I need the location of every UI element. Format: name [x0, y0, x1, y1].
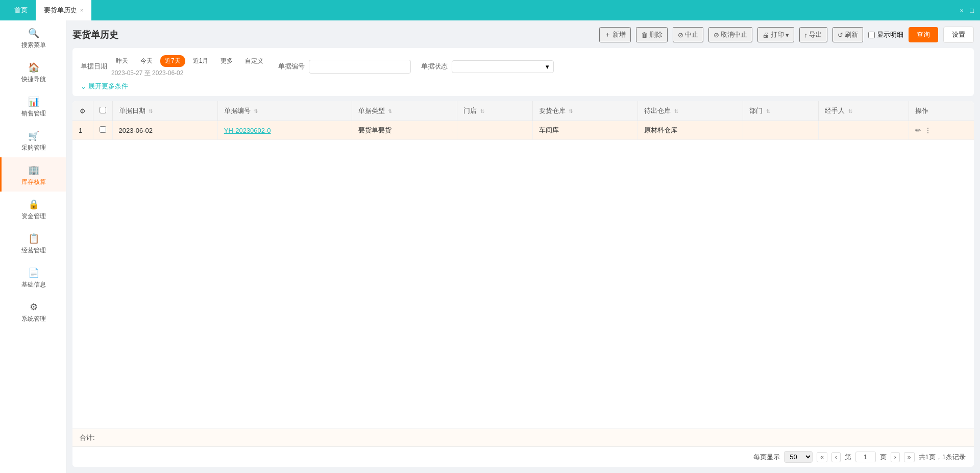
- th-store-sort-icon: ⇅: [480, 108, 484, 114]
- sidebar-item-basic-info[interactable]: 📄 基础信息: [0, 260, 66, 294]
- last-page-btn[interactable]: »: [904, 452, 915, 462]
- status-select[interactable]: ▾: [452, 60, 554, 73]
- delete-button[interactable]: 🗑 删除: [636, 27, 668, 42]
- th-doc-type[interactable]: 单据类型 ⇅: [352, 101, 457, 121]
- status-label: 单据状态: [421, 62, 448, 71]
- date-btn-yesterday[interactable]: 昨天: [111, 55, 133, 67]
- display-detail-checkbox[interactable]: [868, 32, 875, 38]
- row-more-btn[interactable]: ⋮: [924, 126, 932, 134]
- th-handler-sort-icon: ⇅: [848, 108, 852, 114]
- th-doc-date-sort-icon: ⇅: [149, 108, 153, 114]
- add-label: 新增: [612, 30, 626, 39]
- toolbar: ＋ 新增 🗑 删除 ⊘ 中止 ⊘ 取消中止 🖨 打印: [599, 27, 974, 43]
- sidebar-item-finance-mgmt[interactable]: 🔒 资金管理: [0, 192, 66, 226]
- add-button[interactable]: ＋ 新增: [599, 27, 631, 42]
- td-handler: [819, 121, 909, 140]
- page-title: 要货单历史: [72, 29, 118, 41]
- export-button[interactable]: ↑ 导出: [799, 27, 828, 42]
- sidebar-item-basic-info-label: 基础信息: [21, 280, 46, 289]
- first-page-btn[interactable]: «: [817, 452, 827, 462]
- sidebar: 🔍 搜索菜单 🏠 快捷导航 📊 销售管理 🛒 采购管理 🏢 库存核算 🔒 资金管…: [0, 20, 66, 473]
- sidebar-item-system-mgmt[interactable]: ⚙ 系统管理: [0, 294, 66, 328]
- th-doc-no-sort-icon: ⇅: [254, 108, 258, 114]
- th-settings[interactable]: ⚙: [72, 101, 93, 121]
- th-store[interactable]: 门店 ⇅: [457, 101, 533, 121]
- top-bar: 首页 要货单历史 × × □: [0, 0, 980, 20]
- query-button[interactable]: 查询: [909, 27, 938, 42]
- data-table: ⚙ 单据日期 ⇅ 单据编号 ⇅: [72, 101, 974, 140]
- cancel-stop-icon: ⊘: [714, 31, 719, 39]
- date-btn-7days[interactable]: 近7天: [160, 55, 185, 67]
- page-size-label: 每页显示: [753, 453, 780, 462]
- sidebar-item-quick-nav[interactable]: 🏠 快捷导航: [0, 55, 66, 89]
- content-area: 要货单历史 ＋ 新增 🗑 删除 ⊘ 中止 ⊘ 取消中止: [66, 20, 980, 473]
- td-actions: ✏ ⋮: [909, 121, 974, 140]
- sidebar-item-ops-mgmt[interactable]: 📋 经营管理: [0, 226, 66, 260]
- th-doc-date-label: 单据日期: [119, 107, 145, 114]
- sidebar-item-sales-mgmt-label: 销售管理: [21, 109, 46, 118]
- display-detail-text: 显示明细: [877, 30, 903, 39]
- row-checkbox[interactable]: [100, 126, 106, 133]
- print-dropdown-icon: ▾: [786, 31, 789, 39]
- sidebar-item-quick-nav-label: 快捷导航: [21, 75, 46, 84]
- date-btn-more[interactable]: 更多: [216, 55, 237, 67]
- tab-requisition-history[interactable]: 要货单历史 ×: [36, 0, 91, 20]
- sidebar-item-search-menu[interactable]: 🔍 搜索菜单: [0, 20, 66, 55]
- expand-more-icon: ⌄: [81, 83, 86, 90]
- th-store-label: 门店: [463, 107, 477, 114]
- filter-area: 单据日期 昨天 今天 近7天 近1月 更多 自定义 2023-05-27 至 2…: [72, 48, 974, 96]
- td-doc-type: 要货单要货: [352, 121, 457, 140]
- tab-home[interactable]: 首页: [6, 0, 36, 20]
- th-req-warehouse[interactable]: 要货仓库 ⇅: [532, 101, 638, 121]
- sidebar-item-inventory[interactable]: 🏢 库存核算: [0, 157, 66, 192]
- tab-requisition-history-label: 要货单历史: [44, 6, 77, 15]
- top-bar-right: × □: [960, 7, 974, 14]
- stop-label: 中止: [685, 30, 698, 39]
- page-size-select[interactable]: 20 50 100: [784, 451, 813, 463]
- td-checkbox: [93, 121, 112, 140]
- th-dept-label: 部门: [749, 107, 763, 114]
- expand-more-btn[interactable]: ⌄ 展开更多条件: [81, 82, 966, 91]
- th-doc-no-label: 单据编号: [224, 107, 251, 114]
- print-label: 打印: [771, 30, 784, 39]
- settings-button[interactable]: 设置: [943, 27, 974, 43]
- th-dept[interactable]: 部门 ⇅: [743, 101, 819, 121]
- refresh-button[interactable]: ↺ 刷新: [832, 27, 863, 42]
- row-edit-btn[interactable]: ✏: [915, 126, 921, 134]
- date-btn-custom[interactable]: 自定义: [240, 55, 268, 67]
- close-tab-icon[interactable]: ×: [80, 7, 83, 13]
- date-btn-today[interactable]: 今天: [136, 55, 157, 67]
- prev-page-btn[interactable]: ‹: [831, 452, 841, 462]
- search-menu-icon: 🔍: [28, 28, 39, 39]
- doc-no-input[interactable]: [309, 60, 411, 74]
- date-btn-1month[interactable]: 近1月: [188, 55, 213, 67]
- status-filter: 单据状态 ▾: [421, 60, 554, 73]
- th-doc-date[interactable]: 单据日期 ⇅: [112, 101, 217, 121]
- sidebar-item-finance-mgmt-label: 资金管理: [21, 212, 46, 221]
- th-pending-warehouse[interactable]: 待出仓库 ⇅: [638, 101, 743, 121]
- quick-nav-icon: 🏠: [28, 62, 39, 73]
- close-window-btn[interactable]: ×: [960, 7, 964, 14]
- td-index: 1: [72, 121, 93, 140]
- th-handler[interactable]: 经手人 ⇅: [819, 101, 909, 121]
- th-pending-warehouse-label: 待出仓库: [644, 107, 671, 114]
- page-number-input[interactable]: [855, 452, 876, 462]
- print-icon: 🖨: [763, 31, 769, 39]
- table-footer: 合计:: [72, 429, 974, 446]
- inventory-icon: 🏢: [28, 164, 39, 176]
- doc-no-link[interactable]: YH-20230602-0: [224, 127, 271, 134]
- add-icon: ＋: [604, 30, 611, 39]
- cancel-stop-button[interactable]: ⊘ 取消中止: [708, 27, 752, 42]
- select-all-checkbox[interactable]: [100, 107, 106, 113]
- display-detail-label[interactable]: 显示明细: [868, 30, 903, 39]
- next-page-btn[interactable]: ›: [891, 452, 900, 462]
- th-doc-no[interactable]: 单据编号 ⇅: [217, 101, 352, 121]
- sidebar-item-sales-mgmt[interactable]: 📊 销售管理: [0, 89, 66, 123]
- sidebar-item-purchase-mgmt[interactable]: 🛒 采购管理: [0, 123, 66, 157]
- doc-no-label: 单据编号: [278, 62, 305, 71]
- maximize-window-btn[interactable]: □: [970, 7, 974, 14]
- stop-button[interactable]: ⊘ 中止: [673, 27, 703, 42]
- print-button[interactable]: 🖨 打印 ▾: [757, 27, 794, 42]
- pagination-area: 每页显示 20 50 100 « ‹ 第 页 › » 共1页，1条记录: [72, 446, 974, 467]
- status-select-arrow: ▾: [546, 63, 549, 70]
